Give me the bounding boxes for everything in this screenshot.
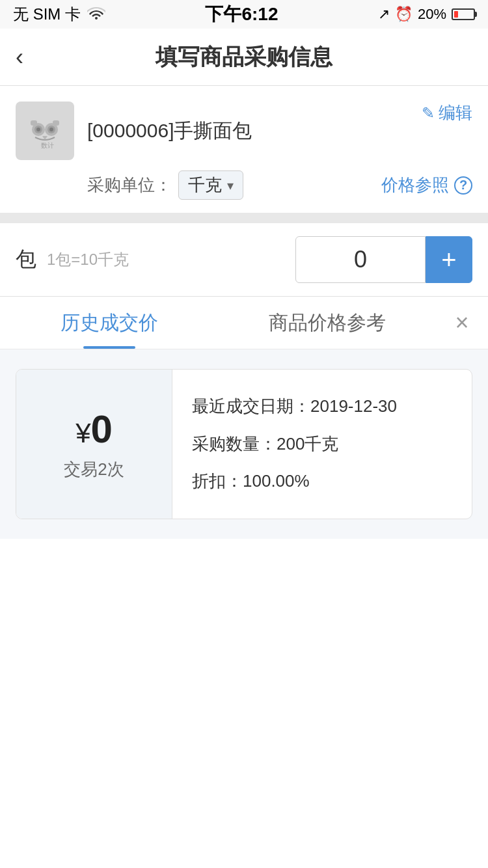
unit-label: 采购单位： xyxy=(87,174,172,197)
alarm-icon: ⏰ xyxy=(395,6,413,23)
network-label: 无 SIM 卡 xyxy=(13,4,81,25)
status-bar: 无 SIM 卡 下午6:12 ↗ ⏰ 20% xyxy=(0,0,488,29)
purchase-qty-label: 采购数量： xyxy=(192,434,277,454)
close-icon: × xyxy=(455,309,468,336)
tab-close-button[interactable]: × xyxy=(436,297,488,349)
tabs-header: 历史成交价 商品价格参考 × xyxy=(0,297,488,349)
svg-text:数计: 数计 xyxy=(41,142,54,149)
unit-select-dropdown[interactable]: 千克 ▾ xyxy=(178,170,243,200)
battery-percent: 20% xyxy=(418,6,446,23)
status-right: ↗ ⏰ 20% xyxy=(378,6,475,23)
svg-point-4 xyxy=(36,128,40,131)
purchase-qty-value: 200千克 xyxy=(277,434,338,454)
plus-icon: + xyxy=(441,245,456,275)
price-card-area: ¥0 交易2次 最近成交日期：2019-12-30 采购数量：200千克 折扣：… xyxy=(0,349,488,539)
svg-rect-7 xyxy=(53,120,59,126)
discount-value: 100.00% xyxy=(243,471,310,491)
quantity-section: 包 1包=10千克 + xyxy=(0,223,488,296)
product-header: 数计 [0000006]手撕面包 ✎ 编辑 xyxy=(16,102,472,160)
trade-count: 交易2次 xyxy=(64,458,124,481)
recent-date-label: 最近成交日期： xyxy=(192,396,310,416)
tab-product-price-ref[interactable]: 商品价格参考 xyxy=(218,297,436,349)
edit-icon: ✎ xyxy=(422,104,435,122)
price-amount: ¥0 xyxy=(75,407,113,452)
tabs-section: 历史成交价 商品价格参考 × ¥0 交易2次 最近成交日期：2019-12-30 xyxy=(0,296,488,539)
product-section: 数计 [0000006]手撕面包 ✎ 编辑 采购单位： 千克 ▾ 价格参照 ? xyxy=(0,86,488,213)
price-left-panel: ¥0 交易2次 xyxy=(16,370,172,519)
help-icon: ? xyxy=(454,176,472,195)
main-content-empty xyxy=(0,539,488,868)
unit-value: 千克 xyxy=(188,174,222,197)
product-left: 数计 [0000006]手撕面包 xyxy=(16,102,252,160)
price-value: 0 xyxy=(90,407,112,451)
unit-conversion-label: 1包=10千克 xyxy=(47,249,129,270)
status-time: 下午6:12 xyxy=(205,2,278,27)
price-card: ¥0 交易2次 最近成交日期：2019-12-30 采购数量：200千克 折扣：… xyxy=(16,369,472,519)
edit-button[interactable]: ✎ 编辑 xyxy=(422,102,472,124)
discount-row: 折扣：100.00% xyxy=(192,468,452,495)
tab-history-price[interactable]: 历史成交价 xyxy=(0,297,218,349)
discount-label: 折扣： xyxy=(192,471,243,491)
tab-active-indicator xyxy=(83,346,135,349)
tab2-label: 商品价格参考 xyxy=(269,310,386,336)
quantity-left: 包 1包=10千克 xyxy=(16,245,129,274)
tab1-label: 历史成交价 xyxy=(61,310,158,336)
wifi-icon xyxy=(87,5,105,23)
product-thumbnail: 数计 xyxy=(16,102,74,160)
edit-label: 编辑 xyxy=(439,102,472,124)
back-button[interactable]: ‹ xyxy=(16,44,23,71)
gps-icon: ↗ xyxy=(378,6,390,23)
dropdown-arrow-icon: ▾ xyxy=(227,178,234,193)
quantity-input[interactable] xyxy=(295,236,426,283)
page-title: 填写商品采购信息 xyxy=(156,42,332,72)
quantity-plus-button[interactable]: + xyxy=(426,236,472,283)
svg-rect-6 xyxy=(31,120,37,126)
price-right-panel: 最近成交日期：2019-12-30 采购数量：200千克 折扣：100.00% xyxy=(172,370,472,519)
nav-bar: ‹ 填写商品采购信息 xyxy=(0,29,488,86)
product-name: [0000006]手撕面包 xyxy=(87,118,252,144)
price-ref-label: 价格参照 xyxy=(381,174,449,197)
svg-point-5 xyxy=(49,128,53,131)
yen-symbol: ¥ xyxy=(75,418,90,448)
quantity-unit-label: 包 xyxy=(16,245,36,274)
battery-icon xyxy=(452,8,475,20)
quantity-input-wrapper: + xyxy=(295,236,472,283)
product-unit-row: 采购单位： 千克 ▾ 价格参照 ? xyxy=(16,170,472,200)
section-divider xyxy=(0,213,488,223)
status-left: 无 SIM 卡 xyxy=(13,4,105,25)
purchase-qty-row: 采购数量：200千克 xyxy=(192,431,452,458)
price-reference-button[interactable]: 价格参照 ? xyxy=(381,174,472,197)
recent-date-value: 2019-12-30 xyxy=(310,396,397,416)
recent-date-row: 最近成交日期：2019-12-30 xyxy=(192,393,452,420)
